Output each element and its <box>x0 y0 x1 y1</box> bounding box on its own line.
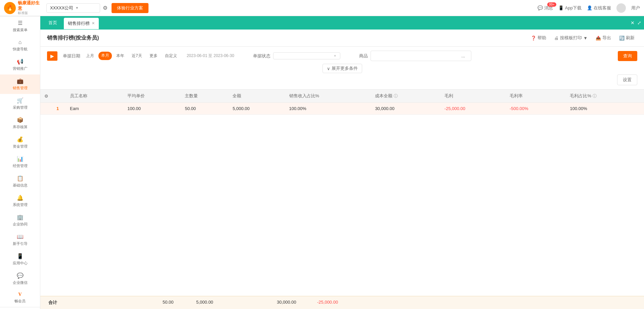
status-select-arrow-icon: ▼ <box>333 54 337 58</box>
message-badge: 99+ <box>547 2 556 7</box>
tab-close-icon[interactable]: ✕ <box>92 21 95 25</box>
app-download-btn[interactable]: 📱 App下载 <box>558 5 582 11</box>
date-tab-7days[interactable]: 近7天 <box>129 52 145 60</box>
export-label: 导出 <box>602 35 611 41</box>
date-tabs: 上月 本月 本年 近7天 更多 自定义 <box>83 52 180 60</box>
row-amount: 5,000.00 <box>228 103 285 115</box>
expand-label: 展开更多条件 <box>332 65 358 71</box>
table-header-settings[interactable]: ⚙ <box>40 90 52 103</box>
date-tab-this-month[interactable]: 本月 <box>98 52 112 60</box>
avatar[interactable] <box>616 3 626 13</box>
sidebar-item-label: 资金管理 <box>13 144 28 149</box>
date-tab-custom[interactable]: 自定义 <box>162 52 180 60</box>
company-selector[interactable]: XXXXX公司 ▼ <box>46 3 100 13</box>
cost-info-icon[interactable]: ⓘ <box>394 94 398 98</box>
date-tab-more[interactable]: 更多 <box>146 52 161 60</box>
sidebar-item-sales[interactable]: 💼 销售管理 <box>0 74 40 94</box>
operations-icon: 📊 <box>17 156 24 162</box>
footer-label: 合计 <box>44 300 85 306</box>
page-title: 销售排行榜(按业务员) <box>47 35 99 42</box>
online-service-btn[interactable]: 👤 在线客服 <box>587 5 611 11</box>
sidebar-item-basic-info[interactable]: 📋 基础信息 <box>0 172 40 191</box>
row-employee: Eam <box>66 103 123 115</box>
member-icon: V <box>18 292 22 297</box>
date-tab-this-year[interactable]: 本年 <box>113 52 127 60</box>
export-button[interactable]: 📤 导出 <box>593 34 614 42</box>
goods-more-icon[interactable]: ... <box>459 52 468 59</box>
table-header-gross: 毛利 <box>440 90 506 103</box>
goods-select[interactable]: ... <box>371 51 471 61</box>
inventory-icon: 📦 <box>17 117 24 123</box>
sidebar-item-app-center[interactable]: 📱 应用中心 <box>0 250 40 269</box>
refresh-button[interactable]: 🔄 刷新 <box>616 34 637 42</box>
sidebar-item-purchase[interactable]: 🛒 采购管理 <box>0 94 40 113</box>
table-header-cost: 成本全额 ⓘ <box>371 90 440 103</box>
tab-sales-ranking[interactable]: 销售排行榜 ✕ <box>64 18 99 29</box>
company-name: XXXXX公司 <box>50 5 73 11</box>
enterprise-icon: 🏢 <box>17 214 24 220</box>
data-table: ⚙ 员工名称 平均单价 主数量 全额 销售收入占比% 成本全额 ⓘ 毛利 毛利率 <box>40 90 644 296</box>
help-button[interactable]: ❓ 帮助 <box>528 34 549 42</box>
sidebar-item-inventory[interactable]: 📦 库存核算 <box>0 113 40 133</box>
help-icon: ❓ <box>531 36 536 41</box>
sidebar-item-guide[interactable]: 📖 新手引导 <box>0 230 40 250</box>
table-header-gross-rate: 毛利率 <box>506 90 566 103</box>
refresh-icon: 🔄 <box>619 36 625 41</box>
expand-filter-button[interactable]: ∨ 展开更多条件 <box>323 64 362 73</box>
table-header-quantity: 主数量 <box>181 90 228 103</box>
purchase-icon: 🛒 <box>17 97 24 104</box>
sidebar-item-label: 基础信息 <box>13 183 28 188</box>
tab-home[interactable]: 首页 <box>43 16 62 30</box>
sidebar-item-label: 快捷导航 <box>13 47 28 52</box>
sidebar-item-wechat[interactable]: 💬 企业微信 <box>0 269 40 289</box>
row-gross-pct: 100.00% <box>566 103 644 115</box>
setting-button[interactable]: 设置 <box>617 74 637 85</box>
finance-icon: 💰 <box>17 136 24 143</box>
tab-close-all-icon[interactable]: ✕ <box>631 20 635 25</box>
sidebar-item-quick-nav[interactable]: ⌂ 快捷导航 <box>0 36 40 55</box>
message-btn[interactable]: 💬 消息 99+ <box>538 5 553 11</box>
home-tab-label: 首页 <box>48 20 57 26</box>
date-label: 单据日期 <box>63 53 80 59</box>
status-select[interactable]: ▼ <box>273 52 340 59</box>
system-icon: 🔔 <box>17 195 24 201</box>
sidebar-item-system[interactable]: 🔔 系统管理 <box>0 191 40 211</box>
status-label: 单据状态 <box>253 53 270 59</box>
print-button[interactable]: 🖨 按模板打印 ▼ <box>552 34 590 42</box>
date-range-display: 2023-06-01 至 2023-06-30 <box>187 53 234 59</box>
settings-icon[interactable]: ⚙ <box>103 5 108 11</box>
sidebar-item-enterprise[interactable]: 🏢 企业协同 <box>0 211 40 230</box>
sidebar-item-member[interactable]: V 畅会员 <box>0 289 40 307</box>
trial-button[interactable]: 体验行业方案 <box>112 3 148 13</box>
date-tab-prev-month[interactable]: 上月 <box>83 52 97 60</box>
sidebar-item-marketing[interactable]: 📢 营销推广 <box>0 55 40 74</box>
table-header-employee: 员工名称 <box>66 90 123 103</box>
footer-amount: 5,000.00 <box>192 300 232 306</box>
status-filter: 单据状态 ▼ <box>253 52 340 59</box>
sidebar-item-label: 库存核算 <box>13 124 28 130</box>
sidebar-item-operations[interactable]: 📊 经营管理 <box>0 152 40 172</box>
avatar-name: 用户 <box>631 5 640 11</box>
footer-empty2 <box>125 300 159 306</box>
toggle-filter-button[interactable]: ▶ <box>47 51 57 61</box>
sidebar-item-label: 系统管理 <box>13 202 28 207</box>
export-icon: 📤 <box>596 36 601 41</box>
table-header-amount: 全额 <box>228 90 285 103</box>
sidebar-item-search[interactable]: ☰ 搜索菜单 <box>0 16 40 36</box>
online-service-label: 在线客服 <box>594 5 611 11</box>
sales-icon: 💼 <box>17 78 24 84</box>
sidebar-item-finance[interactable]: 💰 资金管理 <box>0 133 40 152</box>
table-header-rank <box>52 90 66 103</box>
row-gross: -25,000.00 <box>440 103 506 115</box>
query-button[interactable]: 查询 <box>618 51 637 61</box>
table-row: 1 Eam 100.00 50.00 5,000.00 100.00% 30,0… <box>40 103 644 115</box>
gross-pct-info-icon[interactable]: ⓘ <box>593 94 597 98</box>
row-rank: 1 <box>52 103 66 115</box>
sidebar-item-label: 经营管理 <box>13 163 28 168</box>
tab-maximize-icon[interactable]: ⤢ <box>637 20 641 25</box>
app-center-icon: 📱 <box>17 253 24 259</box>
sidebar-item-label: 搜索菜单 <box>13 28 28 33</box>
guide-icon: 📖 <box>17 234 24 240</box>
row-quantity: 50.00 <box>181 103 228 115</box>
footer-empty1 <box>85 300 125 306</box>
